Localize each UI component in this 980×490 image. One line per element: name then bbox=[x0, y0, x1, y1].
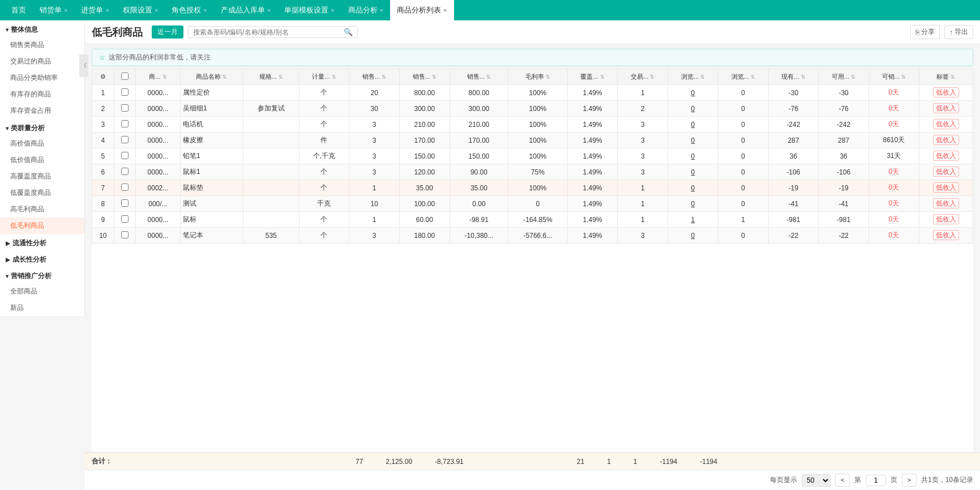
row-check[interactable] bbox=[121, 120, 129, 127]
nav-permission-setting[interactable]: 权限设置 × bbox=[116, 0, 165, 20]
notice-text: 这部分商品的利润非常低，请关注 bbox=[109, 53, 211, 62]
col-code[interactable]: 商... ⇅ bbox=[135, 69, 180, 85]
col-spec[interactable]: 规格... ⇅ bbox=[243, 69, 299, 85]
nav-role-auth[interactable]: 角色授权 × bbox=[165, 0, 213, 20]
row-checkbox[interactable] bbox=[114, 196, 135, 212]
row-check[interactable] bbox=[121, 104, 129, 112]
nav-role-auth-close[interactable]: × bbox=[203, 7, 207, 14]
row-sales-profit: 35.00 bbox=[450, 180, 508, 196]
nav-product-analysis-list-close[interactable]: × bbox=[443, 7, 447, 14]
col-sales-profit[interactable]: 销售... ⇅ bbox=[450, 69, 508, 85]
col-trade[interactable]: 交易... ⇅ bbox=[618, 69, 668, 85]
export-button[interactable]: ↑ 导出 bbox=[944, 25, 973, 39]
sidebar-section-circulation[interactable]: ▶ 流通性分析 bbox=[0, 234, 84, 250]
row-check[interactable] bbox=[121, 215, 129, 223]
sidebar-section-growth[interactable]: ▶ 成长性分析 bbox=[0, 250, 84, 267]
row-name: 吴细细1 bbox=[180, 101, 243, 117]
row-checkbox[interactable] bbox=[114, 212, 135, 228]
select-all-checkbox[interactable] bbox=[121, 73, 129, 80]
row-checkbox[interactable] bbox=[114, 164, 135, 180]
col-view1[interactable]: 浏览... ⇅ bbox=[668, 69, 718, 85]
col-available[interactable]: 可用... ⇅ bbox=[819, 69, 869, 85]
date-filter-button[interactable]: 近一月 bbox=[152, 25, 183, 39]
row-checkbox[interactable] bbox=[114, 101, 135, 117]
row-code: 0000... bbox=[135, 212, 180, 228]
page-size-select[interactable]: 50 100 200 bbox=[802, 474, 831, 487]
nav-template-setting[interactable]: 单据模板设置 × bbox=[277, 0, 341, 20]
sidebar-item-low-coverage[interactable]: 低覆盖度商品 bbox=[0, 185, 84, 201]
col-settings[interactable]: ⚙ bbox=[92, 69, 114, 85]
nav-purchase-order-close[interactable]: × bbox=[105, 7, 109, 14]
page-number-input[interactable] bbox=[866, 475, 886, 486]
sidebar-section-cluster[interactable]: ▾ 类群量分析 bbox=[0, 119, 84, 135]
row-view1[interactable]: 0 bbox=[668, 101, 718, 117]
sidebar-section-marketing[interactable]: ▾ 营销推广分析 bbox=[0, 267, 84, 283]
nav-product-entry-close[interactable]: × bbox=[267, 7, 271, 14]
sidebar-item-high-coverage[interactable]: 高覆盖度商品 bbox=[0, 168, 84, 185]
row-view1[interactable]: 0 bbox=[668, 228, 718, 244]
sidebar-item-all-products[interactable]: 全部商品 bbox=[0, 283, 84, 300]
row-view1[interactable]: 0 bbox=[668, 133, 718, 148]
nav-product-analysis-list[interactable]: 商品分析列表 × bbox=[390, 0, 453, 20]
col-gross-rate[interactable]: 毛利率 ⇅ bbox=[508, 69, 568, 85]
row-view1[interactable]: 1 bbox=[668, 212, 718, 228]
row-check[interactable] bbox=[121, 136, 129, 143]
col-sellable[interactable]: 可销... ⇅ bbox=[868, 69, 919, 85]
sidebar-item-new-products[interactable]: 新品 bbox=[0, 300, 84, 316]
search-input[interactable] bbox=[193, 28, 344, 36]
sidebar-item-category-rate[interactable]: 商品分类助销率 bbox=[0, 70, 84, 86]
sidebar-section-overall[interactable]: ▾ 整体信息 bbox=[0, 20, 84, 37]
search-icon[interactable]: 🔍 bbox=[344, 28, 353, 36]
row-checkbox[interactable] bbox=[114, 180, 135, 196]
row-view1[interactable]: 0 bbox=[668, 117, 718, 133]
nav-product-analysis[interactable]: 商品分析 × bbox=[341, 0, 390, 20]
row-checkbox[interactable] bbox=[114, 117, 135, 133]
nav-sales-order-close[interactable]: × bbox=[64, 7, 67, 14]
col-sales-qty[interactable]: 销售... ⇅ bbox=[349, 69, 400, 85]
col-unit[interactable]: 计量... ⇅ bbox=[299, 69, 349, 85]
col-coverage[interactable]: 覆盖... ⇅ bbox=[567, 69, 618, 85]
nav-home[interactable]: 首页 bbox=[5, 0, 33, 20]
col-view2[interactable]: 浏览... ⇅ bbox=[718, 69, 768, 85]
row-view1[interactable]: 0 bbox=[668, 164, 718, 180]
row-check[interactable] bbox=[121, 152, 129, 159]
row-check[interactable] bbox=[121, 88, 129, 96]
row-checkbox[interactable] bbox=[114, 148, 135, 164]
next-page-button[interactable]: ＞ bbox=[902, 474, 917, 487]
sidebar-item-low-value[interactable]: 低价值商品 bbox=[0, 152, 84, 168]
sidebar-item-stock-capital[interactable]: 库存资金占用 bbox=[0, 103, 84, 119]
nav-purchase-order[interactable]: 进货单 × bbox=[74, 0, 115, 20]
row-check[interactable] bbox=[121, 184, 129, 191]
share-button[interactable]: ⎘ 分享 bbox=[910, 25, 940, 39]
nav-template-setting-close[interactable]: × bbox=[331, 7, 334, 14]
sidebar-item-high-margin[interactable]: 高毛利商品 bbox=[0, 201, 84, 218]
row-view1[interactable]: 0 bbox=[668, 196, 718, 212]
prev-page-button[interactable]: ＜ bbox=[835, 474, 850, 487]
sidebar-collapse-button[interactable]: 《 bbox=[79, 54, 88, 77]
row-tag: 低收入 bbox=[919, 101, 973, 117]
row-checkbox[interactable] bbox=[114, 228, 135, 244]
row-view1[interactable]: 0 bbox=[668, 85, 718, 101]
col-name[interactable]: 商品名称 ⇅ bbox=[180, 69, 243, 85]
nav-product-analysis-close[interactable]: × bbox=[380, 7, 383, 14]
row-check[interactable] bbox=[121, 199, 129, 207]
sidebar-item-sales-products[interactable]: 销售类商品 bbox=[0, 37, 84, 53]
row-tag: 低收入 bbox=[919, 196, 973, 212]
sidebar-item-stock-products[interactable]: 有库存的商品 bbox=[0, 86, 84, 103]
sidebar-item-high-value[interactable]: 高价值商品 bbox=[0, 135, 84, 152]
row-check[interactable] bbox=[121, 168, 129, 175]
col-tag[interactable]: 标签 ⇅ bbox=[919, 69, 973, 85]
col-sales-price[interactable]: 销售... ⇅ bbox=[400, 69, 450, 85]
row-checkbox[interactable] bbox=[114, 133, 135, 148]
row-check[interactable] bbox=[121, 231, 129, 238]
nav-product-entry[interactable]: 产成品入库单 × bbox=[214, 0, 277, 20]
col-check[interactable] bbox=[114, 69, 135, 85]
row-checkbox[interactable] bbox=[114, 85, 135, 101]
row-view1[interactable]: 0 bbox=[668, 148, 718, 164]
nav-permission-setting-close[interactable]: × bbox=[155, 7, 158, 14]
col-current[interactable]: 现有... ⇅ bbox=[768, 69, 819, 85]
sidebar-item-traded-products[interactable]: 交易过的商品 bbox=[0, 53, 84, 70]
sidebar-item-low-margin[interactable]: 低毛利商品 bbox=[0, 218, 84, 234]
row-view1[interactable]: 0 bbox=[668, 180, 718, 196]
nav-sales-order[interactable]: 销货单 × bbox=[33, 0, 74, 20]
